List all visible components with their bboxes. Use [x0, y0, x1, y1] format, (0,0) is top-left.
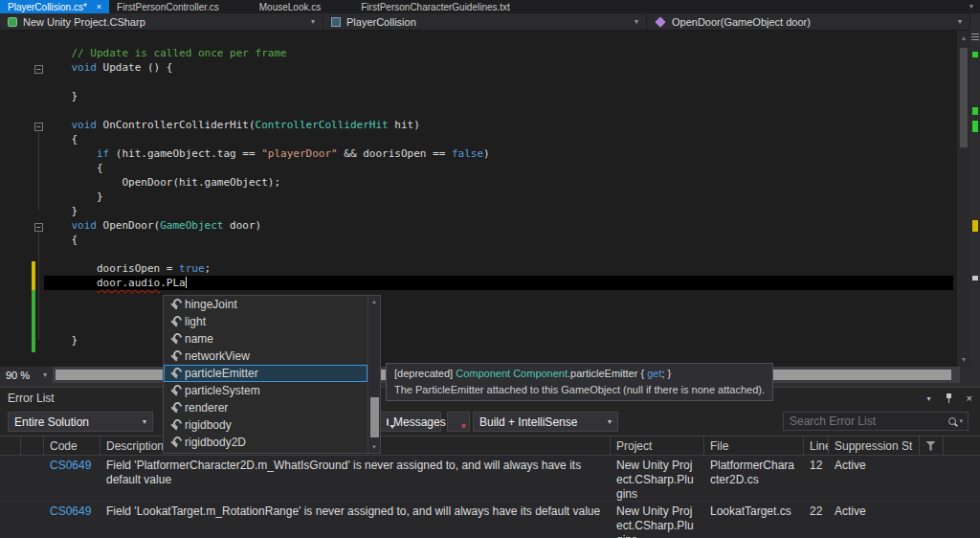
- header-project[interactable]: Project: [611, 437, 704, 455]
- error-file: PlatformerCharacter2D.cs: [704, 459, 804, 487]
- fold-guide-line: [38, 132, 39, 211]
- code-line[interactable]: OpenDoor(hit.gameObject);: [46, 175, 490, 190]
- tab-overflow-chevron-icon[interactable]: ▾: [963, 0, 980, 13]
- header-file[interactable]: File: [704, 437, 804, 455]
- code-area[interactable]: − − − // Update is called once per frame…: [0, 31, 957, 367]
- clear-filter-button[interactable]: ×: [447, 412, 470, 432]
- header-filter-cell[interactable]: [920, 437, 944, 455]
- chevron-down-icon: ▾: [959, 417, 963, 425]
- code-line[interactable]: }: [46, 89, 490, 103]
- close-icon[interactable]: ×: [967, 392, 972, 404]
- code-line[interactable]: void Update () {: [46, 60, 490, 75]
- intellisense-scrollbar[interactable]: ▲ ▼: [368, 296, 380, 453]
- fold-toggle-icon[interactable]: −: [34, 223, 43, 232]
- tooltip-description: The ParticleEmitter attached to this Gam…: [394, 382, 765, 398]
- scroll-up-icon[interactable]: ▲: [957, 32, 970, 44]
- intellisense-item[interactable]: hingeJoint: [164, 296, 368, 313]
- intellisense-item[interactable]: name: [164, 330, 368, 347]
- source-filter-dropdown[interactable]: Build + IntelliSense ▾: [473, 412, 618, 432]
- messages-toggle-button[interactable]: Messages: [380, 412, 441, 432]
- code-line[interactable]: [46, 75, 490, 89]
- intellisense-item-label: rigidbody2D: [185, 436, 246, 449]
- intellisense-item[interactable]: rigidbody: [164, 416, 368, 434]
- editor-vertical-scrollbar[interactable]: ▲ ▼: [957, 31, 970, 367]
- error-row[interactable]: !CS0649Field 'PlatformerCharacter2D.m_Wh…: [0, 456, 980, 502]
- zoom-control[interactable]: 90 % ▾: [0, 367, 54, 383]
- scroll-down-icon[interactable]: ▼: [957, 353, 970, 366]
- header-code[interactable]: Code: [44, 437, 100, 455]
- error-rows: !CS0649Field 'PlatformerCharacter2D.m_Wh…: [0, 456, 980, 538]
- pin-icon[interactable]: [945, 393, 953, 404]
- messages-button-label: Messages: [393, 415, 446, 429]
- search-input[interactable]: [784, 415, 948, 428]
- error-row[interactable]: !CS0649Field 'LookatTarget.m_RotationRan…: [0, 502, 980, 538]
- error-list-search[interactable]: ▾: [783, 412, 969, 431]
- code-line[interactable]: door.audio.PLa: [46, 276, 490, 290]
- error-code-link[interactable]: CS0649: [44, 459, 100, 473]
- intellisense-item[interactable]: rigidbody2D: [164, 434, 368, 451]
- fold-toggle-icon[interactable]: −: [34, 65, 43, 74]
- splitter-grip-icon[interactable]: [971, 34, 979, 40]
- annotation-mark-yellow: [972, 220, 978, 232]
- project-dropdown-label: New Unity Project.CSharp: [23, 16, 145, 28]
- error-code-link[interactable]: CS0649: [44, 504, 100, 519]
- header-severity-cell[interactable]: [21, 437, 44, 455]
- tab-firstpersoncontroller[interactable]: FirstPersonController.cs: [109, 0, 252, 13]
- code-line[interactable]: void OpenDoor(GameObject door): [46, 218, 490, 233]
- code-editor[interactable]: − − − // Update is called once per frame…: [0, 31, 980, 367]
- tooltip-signature: [deprecated] Component Component.particl…: [394, 366, 765, 382]
- code-line[interactable]: }: [46, 204, 490, 218]
- filter-funnel-icon[interactable]: [925, 441, 936, 451]
- error-file: LookatTarget.cs: [704, 504, 804, 519]
- code-line[interactable]: {: [46, 132, 490, 146]
- intellisense-item[interactable]: light: [164, 313, 368, 330]
- error-project: New Unity Project.CSharp.Plugins: [611, 459, 704, 502]
- vs-window: PlayerCollision.cs* × FirstPersonControl…: [0, 0, 980, 538]
- tab-playercollision[interactable]: PlayerCollision.cs* ×: [0, 0, 109, 13]
- intellisense-tooltip: [deprecated] Component Component.particl…: [386, 363, 773, 401]
- intellisense-item-label: networkView: [185, 349, 250, 363]
- code-line[interactable]: if (hit.gameObject.tag == "playerDoor" &…: [46, 146, 490, 161]
- code-line[interactable]: doorisOpen = true;: [46, 261, 490, 276]
- property-icon: [167, 437, 179, 448]
- annotation-mark-green: [972, 107, 978, 115]
- change-bar-saved: [32, 290, 35, 352]
- code-line[interactable]: {: [46, 233, 490, 247]
- close-icon[interactable]: ×: [97, 0, 101, 13]
- property-icon: [167, 333, 179, 345]
- member-dropdown[interactable]: OpenDoor(GameObject door) ▾: [647, 13, 970, 30]
- window-position-chevron-icon[interactable]: ▾: [927, 394, 931, 403]
- intellisense-item[interactable]: networkView: [164, 347, 368, 365]
- intellisense-item[interactable]: particleEmitter: [164, 365, 368, 382]
- code-line[interactable]: void OnControllerColliderHit(ControllerC…: [46, 118, 490, 132]
- class-icon: [331, 17, 341, 27]
- header-suppression[interactable]: Suppression St: [829, 437, 920, 455]
- scroll-up-icon[interactable]: ▲: [368, 296, 380, 307]
- intellisense-item[interactable]: renderer: [164, 399, 368, 416]
- error-line: 12: [804, 459, 829, 473]
- project-dropdown[interactable]: New Unity Project.CSharp ▾: [0, 13, 323, 30]
- scope-filter-dropdown[interactable]: Entire Solution ▾: [8, 412, 153, 432]
- code-line[interactable]: [46, 103, 490, 118]
- code-line[interactable]: {: [46, 161, 490, 175]
- tab-guidelines[interactable]: FirstPersonCharacterGuidelines.txt: [353, 0, 543, 13]
- code-line[interactable]: }: [46, 190, 490, 204]
- search-icon[interactable]: [948, 417, 956, 425]
- annotation-mark-caret: [972, 276, 978, 280]
- property-icon: [167, 350, 179, 362]
- scrollbar-thumb[interactable]: [960, 48, 968, 147]
- property-icon: [167, 368, 179, 379]
- type-dropdown[interactable]: PlayerCollision ▾: [323, 13, 647, 30]
- fold-toggle-icon[interactable]: −: [34, 123, 43, 131]
- intellisense-list: hingeJointlightnamenetworkViewparticleEm…: [164, 296, 368, 453]
- code-line[interactable]: [46, 247, 490, 261]
- scroll-down-icon[interactable]: ▼: [368, 441, 380, 453]
- chevron-down-icon: ▾: [311, 17, 315, 26]
- intellisense-item[interactable]: particleSystem: [164, 382, 368, 399]
- scrollbar-thumb[interactable]: [370, 397, 379, 437]
- header-line[interactable]: Line: [804, 437, 829, 455]
- tab-mouselook[interactable]: MouseLook.cs: [252, 0, 353, 13]
- code-line[interactable]: // Update is called once per frame: [46, 46, 490, 60]
- error-grid-header: Code Description Project File Line Suppr…: [0, 436, 980, 456]
- tab-label: PlayerCollision.cs*: [8, 2, 87, 12]
